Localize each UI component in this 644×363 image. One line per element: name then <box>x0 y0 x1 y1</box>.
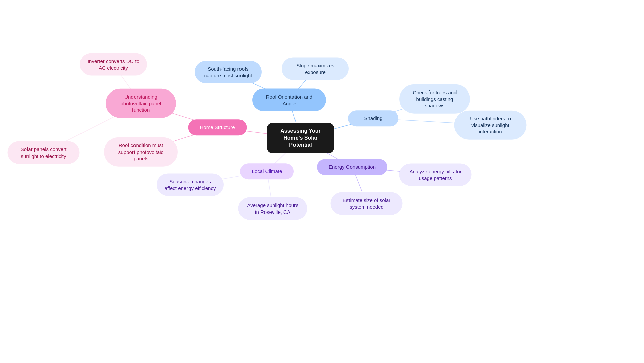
estimate-size-node[interactable]: Estimate size of solar system needed <box>331 192 403 215</box>
center-node[interactable]: Assessing Your Home's Solar Potential <box>267 123 334 153</box>
pathfinders-node[interactable]: Use pathfinders to visualize sunlight in… <box>454 111 527 140</box>
check-trees-node[interactable]: Check for trees and buildings casting sh… <box>399 84 470 114</box>
mind-map: Assessing Your Home's Solar Potential Ho… <box>0 0 644 363</box>
home-structure-node[interactable]: Home Structure <box>188 119 247 135</box>
understanding-pv-node[interactable]: Understanding photovoltaic panel functio… <box>106 89 176 118</box>
local-climate-node[interactable]: Local Climate <box>240 163 294 179</box>
roof-orientation-node[interactable]: Roof Orientation and Angle <box>252 89 326 111</box>
avg-sunlight-node[interactable]: Average sunlight hours in Roseville, CA <box>238 197 307 220</box>
south-facing-node[interactable]: South-facing roofs capture most sunlight <box>195 61 262 83</box>
seasonal-changes-node[interactable]: Seasonal changes affect energy efficienc… <box>157 174 224 196</box>
slope-node[interactable]: Slope maximizes exposure <box>282 58 349 80</box>
solar-panels-convert-node[interactable]: Solar panels convert sunlight to electri… <box>8 141 80 164</box>
energy-consumption-node[interactable]: Energy Consumption <box>317 159 387 175</box>
shading-node[interactable]: Shading <box>348 110 398 126</box>
analyze-bills-node[interactable]: Analyze energy bills for usage patterns <box>399 164 472 186</box>
roof-condition-node[interactable]: Roof condition must support photovoltaic… <box>104 137 178 167</box>
inverter-node[interactable]: Inverter converts DC to AC electricity <box>80 53 147 76</box>
